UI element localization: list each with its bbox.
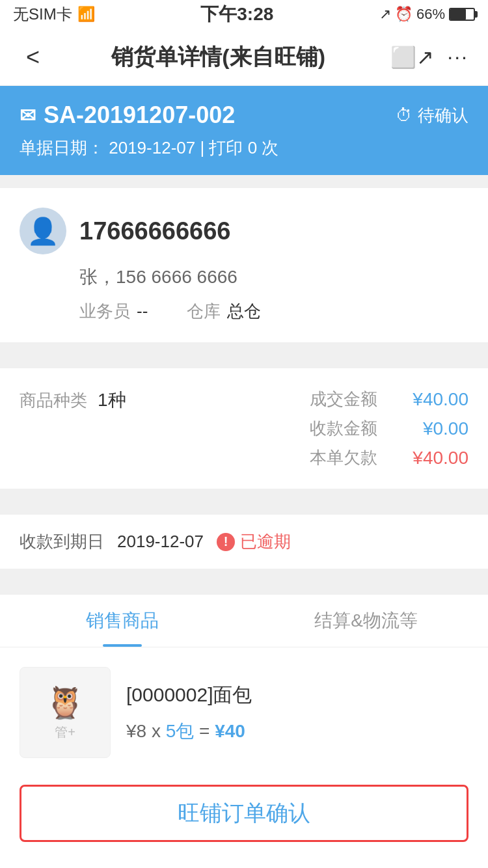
tabs-section: 销售商品 结算&物流等 — [0, 595, 488, 647]
quantity-text: 5包 — [166, 721, 195, 741]
print-info: 打印 0 次 — [209, 138, 278, 157]
stats-right: 成交金额 ¥40.00 收款金额 ¥0.00 本单欠款 ¥40.00 — [310, 388, 468, 469]
avatar: 👤 — [20, 208, 66, 254]
order-id: ✉ SA-20191207-002 — [20, 102, 235, 129]
battery-icon — [449, 8, 475, 21]
order-date: 2019-12-07 — [109, 138, 195, 157]
product-image-inner: 🦉 管+ — [46, 685, 85, 741]
battery-label: 66% — [416, 6, 445, 23]
order-header-top: ✉ SA-20191207-002 ⏱ 待确认 — [20, 102, 468, 129]
page-title: 销货单详情(来自旺铺) — [111, 42, 325, 72]
order-status: ⏱ 待确认 — [396, 104, 468, 127]
deal-amount-label: 成交金额 — [310, 388, 377, 411]
product-name: [0000002]面包 — [126, 682, 468, 709]
customer-section: 👤 17666666666 张，156 6666 6666 业务员 -- 仓库 … — [0, 188, 488, 342]
more-icon[interactable]: ··· — [447, 45, 468, 69]
wifi-icon: 📶 — [77, 6, 95, 23]
order-date-info: 单据日期： 2019-12-07 | 打印 0 次 — [20, 137, 468, 159]
product-price: ¥8 x 5包 = ¥40 — [126, 719, 468, 744]
nav-actions: ⬜↗ ··· — [390, 45, 468, 70]
date-separator: | — [200, 138, 209, 157]
stats-left: 商品种类 1种 — [20, 388, 310, 413]
product-logo-plus: 管+ — [55, 724, 75, 741]
tab-settlement-label: 结算&物流等 — [314, 608, 418, 633]
bottom-bar: 旺铺订单确认 — [0, 772, 488, 868]
divider-3 — [0, 569, 488, 582]
debt-row: 本单欠款 ¥40.00 — [310, 446, 468, 469]
customer-name: 张，156 6666 6666 — [79, 265, 237, 290]
alarm-icon: ⏰ — [395, 6, 413, 23]
overdue-text: 已逾期 — [240, 530, 291, 553]
customer-row: 👤 17666666666 — [20, 208, 468, 254]
order-icon: ✉ — [20, 104, 36, 127]
user-icon: 👤 — [27, 216, 59, 247]
order-id-text: SA-20191207-002 — [44, 102, 235, 129]
price-text: ¥8 x — [126, 721, 166, 741]
date-label: 单据日期： — [20, 138, 104, 157]
confirm-order-button[interactable]: 旺铺订单确认 — [20, 785, 468, 842]
received-label: 收款金额 — [310, 417, 377, 440]
status-left: 无SIM卡 📶 — [13, 4, 95, 25]
order-header: ✉ SA-20191207-002 ⏱ 待确认 单据日期： 2019-12-07… — [0, 86, 488, 175]
warehouse-value: 总仓 — [227, 300, 261, 323]
stats-section: 商品种类 1种 成交金额 ¥40.00 收款金额 ¥0.00 本单欠款 ¥40.… — [0, 368, 488, 489]
debt-value: ¥40.00 — [390, 448, 468, 468]
deal-amount-row: 成交金额 ¥40.00 — [310, 388, 468, 411]
equals-text: = — [194, 721, 215, 741]
tab-sales-products[interactable]: 销售商品 — [0, 595, 244, 647]
product-image: 🦉 管+ — [20, 667, 111, 758]
warehouse-label: 仓库 — [187, 300, 221, 323]
status-text: 待确认 — [418, 104, 468, 127]
status-bar: 无SIM卡 📶 下午3:28 ↗ ⏰ 66% — [0, 0, 488, 29]
salesman-value: -- — [137, 301, 148, 321]
salesman-label: 业务员 — [79, 300, 130, 323]
share-icon[interactable]: ⬜↗ — [390, 45, 434, 70]
divider-2 — [0, 489, 488, 502]
product-list: 🦉 管+ [0000002]面包 ¥8 x 5包 = ¥40 — [0, 647, 488, 778]
overdue-badge: ! 已逾期 — [217, 530, 291, 553]
received-row: 收款金额 ¥0.00 — [310, 417, 468, 440]
divider-1 — [0, 342, 488, 355]
due-label: 收款到期日 — [20, 530, 104, 553]
total-text: ¥40 — [215, 721, 245, 741]
carrier-label: 无SIM卡 — [13, 4, 72, 25]
received-value: ¥0.00 — [390, 418, 468, 439]
salesman-item: 业务员 -- — [79, 300, 148, 323]
customer-meta: 业务员 -- 仓库 总仓 — [20, 300, 468, 323]
product-type-label: 商品种类 — [20, 389, 87, 412]
product-logo-icon: 🦉 — [46, 685, 85, 721]
status-right: ↗ ⏰ 66% — [379, 6, 475, 23]
nav-bar: < 销货单详情(来自旺铺) ⬜↗ ··· — [0, 29, 488, 86]
time-label: 下午3:28 — [200, 2, 273, 27]
customer-detail: 张，156 6666 6666 — [20, 265, 468, 290]
due-section: 收款到期日 2019-12-07 ! 已逾期 — [0, 515, 488, 569]
tabs-header: 销售商品 结算&物流等 — [0, 595, 488, 647]
customer-phone: 17666666666 — [79, 217, 230, 245]
debt-label: 本单欠款 — [310, 446, 377, 469]
tab-settlement[interactable]: 结算&物流等 — [244, 595, 488, 647]
back-button[interactable]: < — [20, 37, 46, 77]
product-info: [0000002]面包 ¥8 x 5包 = ¥40 — [126, 682, 468, 744]
warehouse-item: 仓库 总仓 — [187, 300, 261, 323]
overdue-icon: ! — [217, 533, 235, 551]
location-icon: ↗ — [379, 6, 391, 23]
tab-sales-label: 销售商品 — [86, 608, 159, 633]
table-row: 🦉 管+ [0000002]面包 ¥8 x 5包 = ¥40 — [20, 667, 468, 758]
deal-amount-value: ¥40.00 — [390, 389, 468, 410]
status-clock-icon: ⏱ — [396, 105, 413, 126]
product-type-value: 1种 — [98, 388, 126, 413]
due-date: 2019-12-07 — [117, 532, 204, 552]
